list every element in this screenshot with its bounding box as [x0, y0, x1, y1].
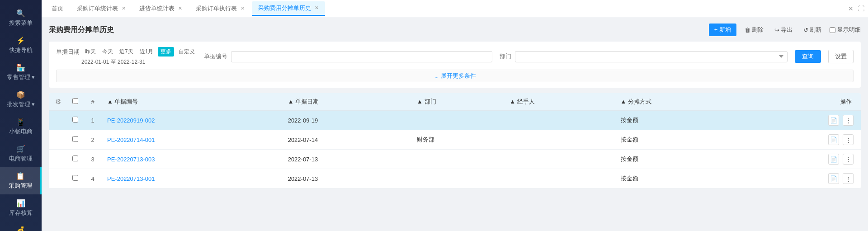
sidebar-item-ecom[interactable]: 🛒 电商管理: [0, 140, 42, 167]
delete-button[interactable]: 🗑 删除: [742, 24, 766, 36]
sidebar-icon-finance: 💰: [16, 226, 25, 231]
dept-select[interactable]: [515, 51, 788, 62]
row-split-method-3: 按金额: [615, 169, 744, 189]
add-button[interactable]: + 新增: [709, 24, 736, 36]
close-window-icon[interactable]: ✕: [848, 5, 854, 12]
row-docno-link-2[interactable]: PE-20220713-003: [107, 156, 155, 163]
row-more-btn-2[interactable]: ⋮: [843, 154, 854, 165]
row-more-btn-1[interactable]: ⋮: [843, 134, 854, 145]
row-actions-2: 📄 ⋮: [744, 150, 861, 169]
row-dept-0: [411, 111, 504, 130]
row-checkbox-3[interactable]: [72, 175, 78, 181]
row-handler-2: [504, 150, 615, 169]
sidebar-item-finance[interactable]: 💰 资金管理: [0, 222, 42, 231]
table-row: 3 PE-20220713-003 2022-07-13 按金额 📄 ⋮: [49, 150, 861, 169]
row-checkbox-2[interactable]: [72, 156, 78, 161]
sidebar-icon-inventory: 📊: [16, 199, 25, 207]
main-area: 首页采购订单统计表✕进货单统计表✕采购订单执行表✕采购费用分摊单历史✕ ✕ ⛶ …: [42, 0, 868, 231]
sidebar-item-wholesale[interactable]: 📦 批发管理 ▾: [0, 86, 42, 113]
tab-purchase-order-stats[interactable]: 采购订单统计表✕: [71, 2, 132, 15]
row-split-method-1: 按金额: [615, 130, 744, 150]
date-shortcut-4[interactable]: 更多: [158, 47, 174, 57]
sidebar-item-quicknav[interactable]: ⚡ 快捷导航: [0, 32, 42, 59]
sidebar-label-mini: 小畅电商: [9, 127, 33, 136]
row-docno-link-0[interactable]: PE-20220919-002: [107, 117, 155, 124]
date-shortcut-1[interactable]: 今天: [100, 47, 115, 57]
table-body: 1 PE-20220919-002 2022-09-19 按金额 📄 ⋮ 2 P…: [49, 111, 861, 189]
row-view-btn-0[interactable]: 📄: [828, 115, 839, 126]
sidebar-item-retail[interactable]: 🏪 零售管理 ▾: [0, 59, 42, 86]
row-docno-link-1[interactable]: PE-20220714-001: [107, 137, 155, 143]
sidebar-label-inventory: 库存核算: [9, 209, 33, 217]
show-cols-toggle[interactable]: 显示明细: [830, 26, 861, 34]
filter-area: 单据日期 昨天今天近7天近1月更多自定义 2022-01-01 至 2022-1…: [49, 42, 861, 88]
row-date-0: 2022-09-19: [283, 111, 411, 130]
doc-date-col-header: ▲ 单据日期: [283, 93, 411, 111]
dept-col-header: ▲ 部门: [411, 93, 504, 111]
row-num-0: 1: [84, 111, 102, 130]
sidebar-icon-retail: 🏪: [16, 63, 25, 72]
doc-number-input[interactable]: [231, 51, 492, 62]
close-tab-purchase-order-stats[interactable]: ✕: [122, 5, 126, 11]
checkbox-col-header: [67, 93, 84, 111]
num-col-header: #: [84, 93, 102, 111]
table-row: 4 PE-20220713-001 2022-07-13 按金额 📄 ⋮: [49, 169, 861, 189]
row-split-method-2: 按金额: [615, 150, 744, 169]
row-view-btn-1[interactable]: 📄: [828, 134, 839, 145]
row-more-btn-3[interactable]: ⋮: [843, 173, 854, 184]
row-checkbox-1[interactable]: [72, 136, 78, 142]
tab-label-home: 首页: [52, 5, 63, 13]
close-tab-purchase-cost-history[interactable]: ✕: [315, 5, 319, 11]
tab-purchase-cost-history[interactable]: 采购费用分摊单历史✕: [252, 1, 325, 16]
row-checkbox-0[interactable]: [72, 117, 78, 123]
sidebar-item-mini[interactable]: 📱 小畅电商: [0, 113, 42, 140]
tab-bar: 首页采购订单统计表✕进货单统计表✕采购订单执行表✕采购费用分摊单历史✕ ✕ ⛶: [42, 0, 868, 17]
date-shortcut-5[interactable]: 自定义: [177, 47, 197, 57]
close-tab-purchase-order-exec[interactable]: ✕: [241, 5, 245, 11]
tab-incoming-stats[interactable]: 进货单统计表✕: [133, 2, 189, 15]
dept-filter: 部门: [500, 51, 788, 62]
sidebar-item-purchase[interactable]: 📋 采购管理: [0, 167, 42, 194]
table-settings-icon[interactable]: ⚙: [55, 98, 61, 105]
row-split-method-0: 按金额: [615, 111, 744, 130]
export-button[interactable]: ↪ 导出: [772, 24, 795, 36]
row-checkbox-cell-0: [67, 111, 84, 130]
select-all-checkbox[interactable]: [72, 98, 78, 104]
row-view-btn-3[interactable]: 📄: [828, 173, 839, 184]
close-tab-incoming-stats[interactable]: ✕: [178, 5, 182, 11]
tab-home[interactable]: 首页: [45, 2, 70, 15]
tab-purchase-order-exec[interactable]: 采购订单执行表✕: [189, 2, 251, 15]
tab-label-purchase-cost-history: 采购费用分摊单历史: [258, 4, 311, 12]
row-more-btn-0[interactable]: ⋮: [843, 115, 854, 126]
sidebar-item-inventory[interactable]: 📊 库存核算: [0, 194, 42, 222]
setting-button[interactable]: 设置: [828, 50, 854, 63]
date-shortcuts: 昨天今天近7天近1月更多自定义: [83, 47, 197, 57]
sidebar-icon-purchase: 📋: [16, 172, 25, 180]
sidebar-label-retail: 零售管理 ▾: [7, 73, 35, 81]
expand-more-btn[interactable]: ⌄ 展开更多条件: [56, 70, 854, 82]
split-method-col-header: ▲ 分摊方式: [615, 93, 744, 111]
sidebar-item-search[interactable]: 🔍 搜索菜单: [0, 5, 42, 32]
row-docno-0: PE-20220919-002: [102, 111, 283, 130]
date-filter-group: 单据日期 昨天今天近7天近1月更多自定义 2022-01-01 至 2022-1…: [56, 47, 197, 66]
row-settings-0: [49, 111, 67, 130]
sidebar-label-wholesale: 批发管理 ▾: [7, 100, 35, 108]
row-actions-0: 📄 ⋮: [744, 111, 861, 130]
date-shortcut-0[interactable]: 昨天: [83, 47, 98, 57]
show-cols-checkbox[interactable]: [830, 27, 835, 33]
row-docno-link-3[interactable]: PE-20220713-001: [107, 175, 155, 182]
row-view-btn-2[interactable]: 📄: [828, 154, 839, 165]
maximize-icon[interactable]: ⛶: [858, 5, 864, 12]
date-shortcut-3[interactable]: 近1月: [138, 47, 156, 57]
date-shortcut-2[interactable]: 近7天: [118, 47, 135, 57]
export-icon: ↪: [774, 27, 779, 33]
refresh-icon: ↺: [803, 27, 808, 33]
row-num-2: 3: [84, 150, 102, 169]
row-checkbox-cell-2: [67, 150, 84, 169]
sidebar-label-search: 搜索菜单: [9, 19, 33, 27]
refresh-button[interactable]: ↺ 刷新: [801, 24, 824, 36]
row-settings-1: [49, 130, 67, 150]
row-settings-3: [49, 169, 67, 189]
data-table: ⚙ # ▲ 单据编号 ▲ 单据日期 ▲ 部门 ▲ 经手人: [49, 93, 861, 189]
search-button[interactable]: 查询: [795, 50, 821, 63]
